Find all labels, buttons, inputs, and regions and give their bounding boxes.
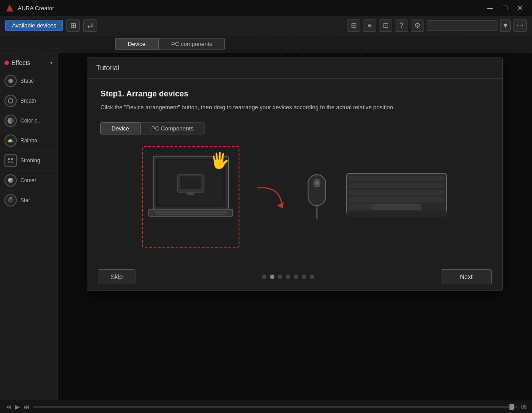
more-options-icon[interactable]: ⋯ [513,19,527,32]
star-label: Star [20,197,30,203]
tutorial-dots [262,275,314,279]
mouse-illustration [301,172,332,221]
timeline-track [33,406,517,408]
tutorial-step-title: Step1. Arrange devices [100,89,489,99]
rainbow-icon [4,134,17,147]
device-arrangement-icon[interactable]: ⊡ [379,19,392,32]
sidebar-item-breath[interactable]: Breath [0,91,57,111]
tab-device[interactable]: Device [115,38,158,50]
dot-6 [302,275,306,279]
svg-rect-20 [349,197,444,203]
settings-icon[interactable]: ⚙ [411,19,424,32]
keyboard-illustration: ROG [346,172,447,221]
layers-icon[interactable]: ≡ [363,19,376,32]
color-cycle-icon [4,115,17,127]
bottom-bar: ⏮ ▶ ⏭ 08 [0,400,532,413]
static-label: Static [20,78,34,84]
tutorial-tab-device[interactable]: Device [100,122,140,134]
sidebar-title: Effects [4,59,31,66]
svg-rect-25 [347,211,447,217]
timeline-thumb [509,404,514,410]
main-layout: Effects ▾ Static Breath Color c... [0,53,532,400]
rainbow-label: Rainbo... [20,138,42,144]
svg-rect-6 [187,192,194,195]
maximize-button[interactable]: ☐ [498,3,512,13]
minimize-button[interactable]: — [483,3,497,13]
tutorial-dialog: Tutorial Step1. Arrange devices Click th… [87,57,503,291]
tutorial-tab-pc-components[interactable]: PC Components [140,122,204,134]
svg-rect-18 [349,183,444,188]
comet-label: Comet [20,177,36,184]
sidebar-item-star[interactable]: Star [0,191,57,210]
svg-rect-19 [349,190,444,195]
sidebar-item-rainbow[interactable]: Rainbo... [0,131,57,151]
star-icon [4,194,17,206]
undo-icon[interactable]: ⊟ [347,19,360,32]
next-button[interactable]: Next [441,269,492,284]
tutorial-body: Step1. Arrange devices Click the "Device… [87,79,502,263]
app-title: AURA Creator [18,5,54,11]
breath-label: Breath [20,98,36,104]
sidebar-chevron-icon[interactable]: ▾ [50,60,53,66]
timeline-prev-button[interactable]: ⏮ [5,403,12,410]
strobing-icon [4,154,17,167]
sidebar-item-strobing[interactable]: Strobing [0,151,57,171]
sidebar-item-color-cycle[interactable]: Color c... [0,111,57,131]
static-icon [4,75,17,87]
tab-pc-components[interactable]: PC components [158,38,225,50]
tutorial-header: Tutorial [87,58,502,79]
dot-3 [278,275,282,279]
tutorial-footer: Skip Next [87,263,502,291]
dot-7 [310,275,314,279]
search-input[interactable] [427,20,497,31]
device-illustration: 🖐️ [100,141,489,252]
dot-1 [262,275,266,279]
hand-cursor-icon: 🖐️ [210,151,230,170]
tutorial-step-desc: Click the "Device arrangement" button, t… [100,103,489,112]
svg-rect-9 [156,214,225,215]
timeline-time: 08 [521,404,527,410]
titlebar: AURA Creator — ☐ ✕ [0,0,532,16]
laptop-device: 🖐️ [142,146,239,248]
breath-icon [4,95,17,107]
color-cycle-label: Color c... [20,118,42,124]
effects-label: Effects [12,59,31,66]
grid-view-icon[interactable]: ⊞ [66,19,80,32]
strobing-label: Strobing [20,157,40,164]
drag-arrow [253,179,288,214]
comet-icon [4,174,17,187]
search-dropdown-icon[interactable]: ▼ [500,19,511,32]
close-button[interactable]: ✕ [513,3,527,13]
content-area: Tutorial Step1. Arrange devices Click th… [58,53,532,400]
svg-rect-23 [372,204,421,210]
tutorial-title: Tutorial [96,64,120,72]
dot-5 [294,275,298,279]
dot-2 [270,275,274,279]
tabs-bar: Device PC components [0,35,532,53]
svg-rect-15 [315,181,319,185]
available-devices-button[interactable]: Available devices [5,20,63,31]
help-icon[interactable]: ? [395,19,408,32]
toolbar: Available devices ⊞ ⇄ ⊟ ≡ ⊡ ? ⚙ ▼ ⋯ [0,16,532,35]
app-logo-icon [5,4,14,12]
timeline-next-button[interactable]: ⏭ [23,403,30,410]
toolbar-right: ⊟ ≡ ⊡ ? ⚙ ▼ ⋯ [347,19,527,32]
sidebar-header: Effects ▾ [0,57,57,71]
skip-button[interactable]: Skip [98,269,135,284]
svg-rect-8 [154,211,227,213]
titlebar-controls: — ☐ ✕ [483,3,527,13]
tutorial-tabs: Device PC Components [100,122,489,134]
timeline-play-button[interactable]: ▶ [15,403,20,410]
svg-rect-5 [180,176,201,189]
sidebar: Effects ▾ Static Breath Color c... [0,53,58,400]
svg-marker-11 [277,202,284,208]
sidebar-item-comet[interactable]: Comet [0,171,57,191]
effects-indicator [4,61,9,65]
sidebar-item-static[interactable]: Static [0,71,57,91]
dot-4 [286,275,290,279]
svg-marker-0 [6,4,13,11]
svg-rect-17 [349,176,444,181]
titlebar-left: AURA Creator [5,4,54,12]
sync-icon[interactable]: ⇄ [83,19,96,32]
tutorial-overlay: Tutorial Step1. Arrange devices Click th… [58,53,532,400]
